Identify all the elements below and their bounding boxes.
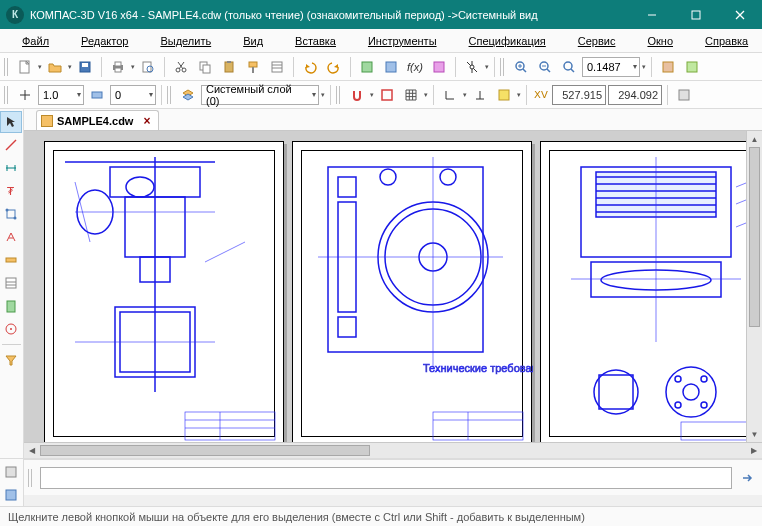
vscroll-thumb[interactable] — [749, 147, 760, 327]
svg-text:₮: ₮ — [7, 185, 14, 197]
panel-button[interactable] — [673, 84, 695, 106]
scroll-down-icon[interactable]: ▼ — [747, 426, 762, 442]
drawing-canvas[interactable]: Технические требования — [24, 131, 746, 442]
style-combo[interactable]: 0 — [110, 85, 156, 105]
svg-rect-25 — [362, 62, 372, 72]
zoom-fit-button[interactable] — [558, 56, 580, 78]
step-combo[interactable]: 1.0 — [38, 85, 84, 105]
auto-button[interactable] — [0, 484, 22, 506]
toolbar-grip[interactable] — [4, 58, 10, 76]
variables-button[interactable] — [428, 56, 450, 78]
command-input[interactable] — [40, 467, 732, 489]
snap-opts-button[interactable] — [493, 84, 515, 106]
perpendicular-button[interactable] — [469, 84, 491, 106]
dimension-tool[interactable] — [0, 157, 22, 179]
scroll-up-icon[interactable]: ▲ — [747, 131, 762, 147]
toolbar-grip[interactable] — [500, 58, 506, 76]
symbol-tool[interactable]: ₮ — [0, 180, 22, 202]
svg-point-90 — [380, 169, 396, 185]
app-icon: К — [6, 6, 24, 24]
spec-button[interactable] — [356, 56, 378, 78]
view-button-a[interactable] — [657, 56, 679, 78]
menu-insert[interactable]: Вставка — [279, 33, 352, 49]
toolbar-grip[interactable] — [336, 86, 342, 104]
copy-button[interactable] — [194, 56, 216, 78]
document-tabs: SAMPLE4.cdw × — [24, 109, 762, 131]
svg-rect-122 — [6, 467, 16, 477]
menu-help[interactable]: Справка — [689, 33, 762, 49]
vertical-scrollbar[interactable]: ▲ ▼ — [746, 131, 762, 442]
format-painter-button[interactable] — [242, 56, 264, 78]
menu-spec[interactable]: Спецификация — [453, 33, 562, 49]
select-tool[interactable] — [0, 111, 22, 133]
minimize-button[interactable] — [630, 0, 674, 29]
svg-point-113 — [675, 402, 681, 408]
edit-tool[interactable] — [0, 203, 22, 225]
filter-tool[interactable] — [0, 349, 22, 371]
svg-rect-6 — [82, 63, 88, 67]
print-button[interactable] — [107, 56, 129, 78]
tab-close-icon[interactable]: × — [143, 114, 150, 128]
undo-button[interactable] — [299, 56, 321, 78]
svg-rect-49 — [679, 90, 689, 100]
svg-point-114 — [701, 402, 707, 408]
menu-tools[interactable]: Инструменты — [352, 33, 453, 49]
toolbar-grip[interactable] — [167, 86, 173, 104]
cut-button[interactable] — [170, 56, 192, 78]
preview-button[interactable] — [137, 56, 159, 78]
svg-rect-83 — [328, 167, 483, 352]
svg-rect-18 — [225, 62, 233, 72]
layer-combo[interactable]: Системный слой (0) — [201, 85, 319, 105]
open-button[interactable] — [44, 56, 66, 78]
tool-palette: ₮ — [0, 109, 24, 458]
local-cs-button[interactable] — [439, 84, 461, 106]
scroll-left-icon[interactable]: ◀ — [24, 443, 40, 458]
menu-file[interactable]: Файл — [6, 33, 65, 49]
hscroll-thumb[interactable] — [40, 445, 370, 456]
zoom-in-button[interactable] — [510, 56, 532, 78]
spec-tool[interactable] — [0, 272, 22, 294]
zoom-combo[interactable]: 0.1487 — [582, 57, 640, 77]
fx-button[interactable]: f(x) — [404, 56, 426, 78]
param-tool[interactable] — [0, 226, 22, 248]
menu-service[interactable]: Сервис — [562, 33, 632, 49]
toolbar-grip[interactable] — [4, 86, 10, 104]
coord-y[interactable]: 294.092 — [608, 85, 662, 105]
maximize-button[interactable] — [674, 0, 718, 29]
menu-view[interactable]: Вид — [227, 33, 279, 49]
geometry-tool[interactable] — [0, 134, 22, 156]
step-button[interactable] — [14, 84, 36, 106]
command-submit-button[interactable] — [736, 467, 758, 489]
assembly-button[interactable] — [380, 56, 402, 78]
ok-button[interactable] — [0, 461, 22, 483]
coord-x[interactable]: 527.915 — [552, 85, 606, 105]
report-tool[interactable] — [0, 295, 22, 317]
ortho-button[interactable] — [376, 84, 398, 106]
menu-window[interactable]: Окно — [631, 33, 689, 49]
new-button[interactable] — [14, 56, 36, 78]
paste-button[interactable] — [218, 56, 240, 78]
layer-button[interactable] — [177, 84, 199, 106]
measure-tool[interactable] — [0, 249, 22, 271]
tab-label: SAMPLE4.cdw — [57, 115, 133, 127]
close-button[interactable] — [718, 0, 762, 29]
snap-button[interactable] — [346, 84, 368, 106]
style-button[interactable] — [86, 84, 108, 106]
insert-tool[interactable] — [0, 318, 22, 340]
menu-select[interactable]: Выделить — [144, 33, 227, 49]
grid-button[interactable] — [400, 84, 422, 106]
panel-grip[interactable] — [28, 469, 34, 487]
redo-button[interactable] — [323, 56, 345, 78]
horizontal-scrollbar[interactable]: ◀ ▶ — [24, 442, 762, 458]
svg-rect-121 — [681, 422, 746, 440]
svg-point-108 — [594, 370, 638, 414]
scroll-right-icon[interactable]: ▶ — [746, 443, 762, 458]
menu-editor[interactable]: Редактор — [65, 33, 144, 49]
view-button-b[interactable] — [681, 56, 703, 78]
properties-button[interactable] — [266, 56, 288, 78]
save-button[interactable] — [74, 56, 96, 78]
svg-rect-55 — [7, 210, 15, 218]
document-tab[interactable]: SAMPLE4.cdw × — [36, 110, 159, 130]
help-button[interactable] — [461, 56, 483, 78]
zoom-out-button[interactable] — [534, 56, 556, 78]
